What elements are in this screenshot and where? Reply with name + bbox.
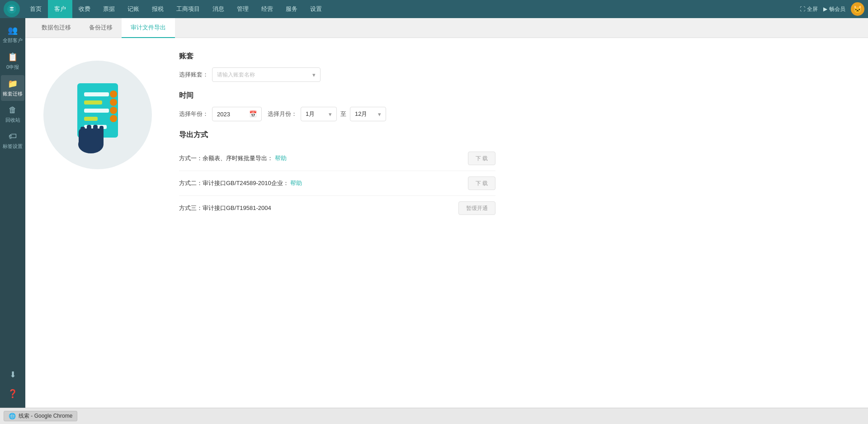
method2-download-button[interactable]: 下 载: [468, 176, 495, 190]
year-input[interactable]: 2023 📅: [212, 107, 262, 121]
sidebar-item-tags[interactable]: 🏷 标签设置: [1, 128, 24, 153]
tab-bar: 数据包迁移 备份迁移 审计文件导出: [25, 18, 868, 38]
export-method-2: 方式二：审计接口GB/T24589-2010企业： 帮助 下 载: [179, 171, 495, 196]
taskbar-chrome-label: 线索 - Google Chrome: [19, 412, 72, 420]
method1-help-link[interactable]: 帮助: [275, 155, 287, 162]
method1-download-button[interactable]: 下 载: [468, 152, 495, 165]
sidebar-recycle-label: 回收站: [5, 117, 20, 124]
app-logo: [4, 1, 20, 17]
nav-bookkeeping[interactable]: 记账: [121, 0, 146, 18]
to-separator: 至: [340, 110, 346, 118]
month-label: 选择月份：: [265, 110, 297, 118]
method2-help-link[interactable]: 帮助: [290, 180, 302, 186]
nav-customer[interactable]: 客户: [48, 0, 72, 18]
sidebar-tags-label: 标签设置: [3, 143, 23, 150]
sidebar-all-customers-label: 全部客户: [3, 37, 23, 44]
svg-point-8: [110, 99, 117, 106]
nav-home[interactable]: 首页: [24, 0, 48, 18]
customers-icon: 👥: [8, 25, 18, 35]
declare-icon: 📋: [8, 52, 18, 62]
account-form-row: 选择账套： 请输入账套名称 ▾: [179, 67, 495, 82]
year-label: 选择年份：: [179, 110, 208, 118]
month-start-value: 1月: [306, 110, 315, 118]
account-label: 选择账套：: [179, 71, 208, 79]
tags-icon: 🏷: [9, 132, 17, 141]
fullscreen-button[interactable]: ⛶ 全屏: [800, 5, 818, 13]
export-method-1: 方式一：余额表、序时账批量导出： 帮助 下 载: [179, 146, 495, 171]
nav-operate[interactable]: 经营: [255, 0, 279, 18]
illustration-area: [43, 52, 152, 394]
svg-rect-16: [99, 126, 104, 134]
taskbar: 🌐 线索 - Google Chrome: [0, 408, 868, 424]
method1-text: 方式一：余额表、序时账批量导出： 帮助: [179, 154, 468, 162]
page-content: 账套 选择账套： 请输入账套名称 ▾ 时间 选择年份： 2023 📅: [25, 38, 868, 408]
export-section-title: 导出方式: [179, 130, 495, 140]
method3-text: 方式三：审计接口GB/T19581-2004: [179, 204, 458, 212]
member-button[interactable]: ▶ 畅会员: [823, 5, 845, 13]
month-start-chevron: ▾: [329, 111, 332, 118]
sidebar-item-zero-declare[interactable]: 📋 0申报: [1, 48, 24, 74]
time-section-title: 时间: [179, 91, 495, 100]
nav-tax[interactable]: 报税: [146, 0, 170, 18]
nav-manage[interactable]: 管理: [231, 0, 255, 18]
nav-menu: 首页 客户 收费 票据 记账 报税 工商项目 消息 管理 经营 服务 设置: [24, 0, 328, 18]
nav-business[interactable]: 工商项目: [170, 0, 206, 18]
method2-text: 方式二：审计接口GB/T24589-2010企业： 帮助: [179, 179, 468, 187]
svg-rect-5: [84, 117, 98, 121]
method3-open-button[interactable]: 暂缓开通: [458, 201, 495, 215]
migration-icon: 📁: [8, 79, 18, 89]
nav-fee[interactable]: 收费: [72, 0, 97, 18]
account-select[interactable]: 请输入账套名称 ▾: [212, 67, 321, 82]
calendar-icon: 📅: [249, 110, 257, 118]
tab-backup-migration[interactable]: 备份迁移: [80, 18, 122, 38]
month-end-value: 12月: [355, 110, 367, 118]
svg-rect-2: [84, 92, 109, 96]
month-end-select[interactable]: 12月 ▾: [350, 107, 386, 121]
left-sidebar: 👥 全部客户 📋 0申报 📁 账套迁移 🗑 回收站 🏷 标签设置 ⬇ ❓: [0, 18, 25, 408]
sidebar-bottom: ⬇ ❓: [1, 366, 24, 408]
svg-point-9: [110, 107, 117, 114]
nav-settings[interactable]: 设置: [304, 0, 328, 18]
sidebar-item-migration[interactable]: 📁 账套迁移: [1, 75, 24, 101]
download-icon: ⬇: [9, 370, 16, 380]
member-label: 畅会员: [829, 5, 845, 13]
tab-data-migration[interactable]: 数据包迁移: [33, 18, 80, 38]
year-value: 2023: [217, 111, 230, 118]
sidebar-zero-declare-label: 0申报: [6, 64, 19, 71]
help-icon: ❓: [8, 389, 18, 399]
form-area: 账套 选择账套： 请输入账套名称 ▾ 时间 选择年份： 2023 📅: [179, 52, 495, 394]
svg-rect-4: [84, 109, 109, 113]
video-icon: ▶: [823, 6, 827, 12]
time-form-row: 选择年份： 2023 📅 选择月份： 1月 ▾ 至 12月 ▾: [179, 107, 495, 121]
sidebar-download[interactable]: ⬇: [1, 366, 24, 383]
nav-invoice[interactable]: 票据: [97, 0, 121, 18]
sidebar-item-recycle[interactable]: 🗑 回收站: [1, 102, 24, 127]
illustration-circle: [43, 61, 152, 169]
svg-point-7: [110, 91, 117, 98]
tab-audit-export[interactable]: 审计文件导出: [122, 18, 175, 38]
svg-point-10: [110, 115, 117, 122]
nav-service[interactable]: 服务: [279, 0, 304, 18]
nav-message[interactable]: 消息: [206, 0, 231, 18]
illustration-svg: [61, 74, 134, 156]
account-select-chevron: ▾: [312, 71, 316, 78]
top-navigation: 首页 客户 收费 票据 记账 报税 工商项目 消息 管理 经营 服务 设置 ⛶ …: [0, 0, 868, 18]
svg-rect-3: [84, 100, 102, 105]
main-layout: 👥 全部客户 📋 0申报 📁 账套迁移 🗑 回收站 🏷 标签设置 ⬇ ❓: [0, 18, 868, 408]
month-end-chevron: ▾: [378, 111, 381, 118]
sidebar-help[interactable]: ❓: [1, 385, 24, 402]
export-method-3: 方式三：审计接口GB/T19581-2004 暂缓开通: [179, 196, 495, 220]
fullscreen-label: 全屏: [807, 5, 818, 13]
svg-rect-15: [93, 125, 98, 134]
account-section-title: 账套: [179, 52, 495, 61]
content-area: 数据包迁移 备份迁移 审计文件导出: [25, 18, 868, 408]
sidebar-item-all-customers[interactable]: 👥 全部客户: [1, 22, 24, 48]
svg-rect-14: [87, 125, 91, 134]
recycle-icon: 🗑: [9, 105, 17, 115]
chrome-icon: 🌐: [9, 413, 16, 419]
taskbar-chrome[interactable]: 🌐 线索 - Google Chrome: [4, 411, 77, 421]
month-start-select[interactable]: 1月 ▾: [301, 107, 337, 121]
avatar[interactable]: 🐱: [851, 2, 864, 16]
account-placeholder: 请输入账套名称: [217, 71, 255, 79]
sidebar-migration-label: 账套迁移: [3, 91, 23, 97]
